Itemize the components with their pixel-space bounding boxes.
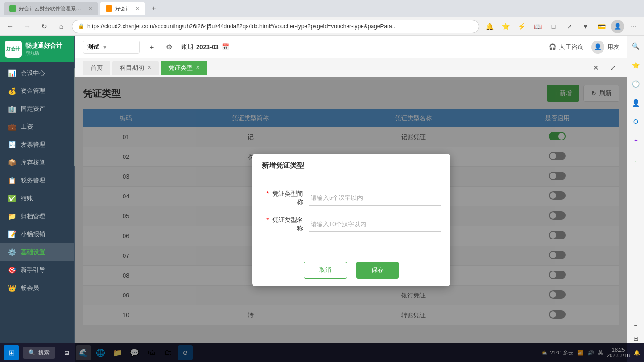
tab-subject-close[interactable]: ✕ bbox=[147, 65, 151, 71]
modal-footer: 取消 保存 bbox=[252, 254, 450, 286]
taskbar-search[interactable]: 🔍 搜索 bbox=[23, 347, 55, 359]
tab-voucher-label: 凭证类型 bbox=[168, 64, 193, 72]
back-button[interactable]: ← bbox=[4, 20, 17, 33]
abbr-label: * 凭证类型简称 bbox=[262, 189, 309, 206]
sidebar-item-salary[interactable]: 💼 工资 bbox=[0, 118, 75, 136]
history-panel-btn[interactable]: 🕐 bbox=[629, 77, 643, 90]
sidebar-item-fixed-assets[interactable]: 🏢 固定资产 bbox=[0, 100, 75, 118]
sidebar-label-report: 小畅报销 bbox=[21, 230, 45, 239]
sidebar-item-capital[interactable]: 💰 资金管理 bbox=[0, 82, 75, 100]
sidebar-item-member[interactable]: 👑 畅会员 bbox=[0, 279, 75, 297]
bookmark-btn[interactable]: ⭐ bbox=[499, 20, 512, 33]
member-icon: 👑 bbox=[8, 284, 16, 292]
invoice-icon: 🧾 bbox=[8, 140, 16, 149]
company-dropdown-icon: ▾ bbox=[103, 43, 107, 50]
share-btn[interactable]: ↗ bbox=[563, 20, 576, 33]
abbr-input[interactable] bbox=[309, 190, 441, 206]
reload-button[interactable]: ↻ bbox=[38, 20, 51, 33]
topbar: 测试 ▾ + ⚙ 账期 2023-03 📅 🎧 人工咨询 👤 用友 bbox=[75, 36, 627, 58]
reading-btn[interactable]: 📖 bbox=[531, 20, 544, 33]
sidebar-item-tax[interactable]: 📋 税务管理 bbox=[0, 172, 75, 189]
add-company-btn[interactable]: + bbox=[145, 41, 158, 54]
modal-body: * 凭证类型简称 * 凭证类型名称 bbox=[252, 178, 450, 254]
sidebar-item-invoice[interactable]: 🧾 发票管理 bbox=[0, 136, 75, 154]
sidebar-item-settlement[interactable]: ✅ 结账 bbox=[0, 189, 75, 207]
download-panel-btn[interactable]: ↓ bbox=[629, 153, 643, 166]
tab-subject[interactable]: 科目期初 ✕ bbox=[112, 61, 159, 75]
sidebar-label-capital: 资金管理 bbox=[21, 87, 45, 95]
sidebar-item-dashboard[interactable]: 📊 会设中心 bbox=[0, 64, 75, 82]
sidebar-logo[interactable]: 好会计 畅捷通好合计 旗舰版 bbox=[0, 36, 75, 62]
browser-tab-1[interactable]: 好会计云财务软件管理系统_会计 ✕ bbox=[4, 2, 98, 15]
taskview-icon: ⊟ bbox=[64, 349, 69, 356]
star-panel-btn[interactable]: ⭐ bbox=[629, 58, 643, 72]
page-tab-nav: 首页 科目期初 ✕ 凭证类型 ✕ ✕ ⤢ bbox=[75, 58, 627, 77]
sidebar-label-archive: 归档管理 bbox=[21, 212, 45, 221]
taskview-btn[interactable]: ⊟ bbox=[59, 345, 74, 360]
tab-close-1[interactable]: ✕ bbox=[88, 6, 92, 12]
tab-home-label: 首页 bbox=[91, 64, 103, 72]
user-button[interactable]: 👤 用友 bbox=[591, 41, 619, 54]
user-panel-btn[interactable]: 👤 bbox=[629, 96, 643, 109]
tab-favicon-2 bbox=[106, 5, 112, 12]
profile-button[interactable]: 👤 bbox=[611, 20, 624, 33]
required-asterisk-2: * bbox=[266, 216, 269, 223]
sidebar-label-member: 畅会员 bbox=[21, 284, 39, 292]
report-icon: 📝 bbox=[8, 230, 16, 239]
sidebar-item-inventory[interactable]: 📦 库存核算 bbox=[0, 154, 75, 172]
sidebar-label-settings: 基础设置 bbox=[21, 248, 45, 256]
tab-voucher-close[interactable]: ✕ bbox=[196, 65, 200, 71]
wallet-btn[interactable]: 💳 bbox=[595, 20, 608, 33]
app-container: 好会计 畅捷通好合计 旗舰版 📊 会设中心 💰 资金管理 🏢 固定资产 💼 工资 bbox=[0, 36, 644, 362]
logo-text-area: 畅捷通好合计 旗舰版 bbox=[25, 41, 62, 57]
sidebar: 好会计 畅捷通好合计 旗舰版 📊 会设中心 💰 资金管理 🏢 固定资产 💼 工资 bbox=[0, 36, 75, 362]
sidebar-label-salary: 工资 bbox=[21, 123, 33, 131]
home-button[interactable]: ⌂ bbox=[55, 20, 68, 33]
service-button[interactable]: 🎧 人工咨询 bbox=[549, 43, 584, 51]
sidebar-item-report[interactable]: 📝 小畅报销 bbox=[0, 225, 75, 243]
performance-btn[interactable]: ⚡ bbox=[515, 20, 528, 33]
search-panel-btn[interactable]: 🔍 bbox=[629, 40, 643, 53]
service-label: 人工咨询 bbox=[559, 43, 584, 51]
tab-home[interactable]: 首页 bbox=[83, 61, 110, 75]
lock-icon: 🔒 bbox=[78, 23, 84, 29]
close-panel-icon[interactable]: ✕ bbox=[589, 61, 603, 74]
copilot-panel-btn[interactable]: ✦ bbox=[629, 134, 643, 147]
new-tab-button[interactable]: + bbox=[147, 2, 160, 15]
menu-btn[interactable]: ··· bbox=[627, 20, 640, 33]
settings-gear-btn[interactable]: ⚙ bbox=[162, 41, 175, 54]
browser-chrome: 好会计云财务软件管理系统_会计 ✕ 好会计 ✕ + ← → ↻ ⌂ 🔒 http… bbox=[0, 0, 644, 36]
outlook-panel-btn[interactable]: O bbox=[629, 115, 643, 128]
tab-voucher-type[interactable]: 凭证类型 ✕ bbox=[161, 61, 207, 75]
capital-icon: 💰 bbox=[8, 87, 16, 95]
company-name: 测试 bbox=[87, 43, 99, 51]
sidebar-label-invoice: 发票管理 bbox=[21, 140, 45, 149]
tab-close-2[interactable]: ✕ bbox=[135, 6, 140, 12]
sidebar-item-guide[interactable]: 🎯 新手引导 bbox=[0, 261, 75, 279]
cancel-button[interactable]: 取消 bbox=[304, 262, 347, 279]
logo-title: 畅捷通好合计 bbox=[25, 41, 62, 50]
guide-icon: 🎯 bbox=[8, 266, 16, 274]
right-panel: 🔍 ⭐ 🕐 👤 O ✦ ↓ + ⊞ ⚙ bbox=[627, 36, 644, 362]
sidebar-item-settings[interactable]: ⚙️ 基础设置 bbox=[0, 243, 75, 261]
company-selector[interactable]: 测试 ▾ bbox=[83, 41, 140, 54]
settlement-icon: ✅ bbox=[8, 194, 16, 203]
browser-tab-2[interactable]: 好会计 ✕ bbox=[100, 2, 145, 15]
name-input[interactable] bbox=[309, 217, 441, 232]
forward-button[interactable]: → bbox=[21, 20, 34, 33]
collections-btn[interactable]: □ bbox=[547, 20, 560, 33]
sidebar-item-archive[interactable]: 📁 归档管理 bbox=[0, 207, 75, 225]
expand-icon[interactable]: ⤢ bbox=[606, 61, 619, 74]
url-bar[interactable]: 🔒 https://cloud2.chanjet.com/accounting/… bbox=[72, 20, 479, 33]
save-button[interactable]: 保存 bbox=[356, 262, 399, 279]
sidebar-label-guide: 新手引导 bbox=[21, 266, 45, 274]
address-bar: ← → ↻ ⌂ 🔒 https://cloud2.chanjet.com/acc… bbox=[0, 17, 644, 36]
add-panel-btn[interactable]: + bbox=[629, 319, 643, 332]
logo-subtitle: 旗舰版 bbox=[25, 50, 62, 57]
favorites-btn[interactable]: ♥ bbox=[579, 20, 592, 33]
notification-btn[interactable]: 🔔 bbox=[634, 350, 640, 356]
start-button[interactable]: ⊞ bbox=[4, 345, 19, 360]
salary-icon: 💼 bbox=[8, 123, 16, 131]
period-calendar-icon[interactable]: 📅 bbox=[222, 43, 229, 50]
extensions-btn[interactable]: 🔔 bbox=[483, 20, 496, 33]
